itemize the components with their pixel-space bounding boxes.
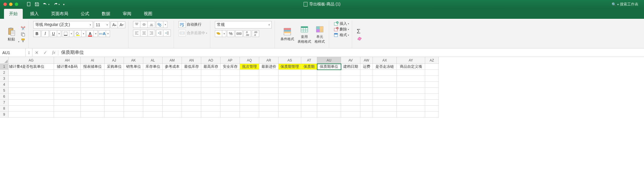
- row-header-3[interactable]: 3: [0, 76, 9, 82]
- column-header-AQ[interactable]: AQ: [240, 57, 259, 64]
- cell-AH3[interactable]: [54, 76, 81, 82]
- cell-AQ4[interactable]: [240, 82, 259, 88]
- column-header-AO[interactable]: AO: [201, 57, 221, 64]
- column-header-AI[interactable]: AI: [81, 57, 105, 64]
- cell-AQ7[interactable]: [240, 100, 259, 106]
- font-color-button[interactable]: A: [86, 30, 94, 37]
- cell-AS2[interactable]: [279, 70, 301, 76]
- column-header-AY[interactable]: AY: [397, 57, 425, 64]
- cell-AJ3[interactable]: [105, 76, 124, 82]
- delete-cells-button[interactable]: 删除▾: [334, 27, 349, 32]
- name-box-stepper[interactable]: ▴▾: [26, 48, 32, 57]
- cell-AN2[interactable]: [182, 70, 201, 76]
- cell-AW4[interactable]: [360, 82, 373, 88]
- cell-AM2[interactable]: [163, 70, 182, 76]
- cell-AL9[interactable]: [143, 112, 163, 118]
- cell-AM8[interactable]: [163, 106, 182, 112]
- cell-AH1[interactable]: 辅计量4条码: [54, 64, 81, 70]
- cell-AW5[interactable]: [360, 88, 373, 94]
- cell-AX3[interactable]: [373, 76, 397, 82]
- cell-AS8[interactable]: [279, 106, 301, 112]
- cell-AJ9[interactable]: [105, 112, 124, 118]
- cell-AX8[interactable]: [373, 106, 397, 112]
- cell-AS1[interactable]: 保质期管理: [279, 64, 301, 70]
- autosum-icon[interactable]: Σ: [357, 28, 362, 35]
- percent-button[interactable]: %: [227, 30, 234, 37]
- column-header-AM[interactable]: AM: [163, 57, 182, 64]
- cut-icon[interactable]: ✂️: [20, 26, 26, 31]
- cell-AQ1[interactable]: 批次管理: [240, 64, 259, 70]
- accept-formula-icon[interactable]: ✓: [41, 50, 49, 55]
- column-header-AV[interactable]: AV: [341, 57, 360, 64]
- cell-AN8[interactable]: [182, 106, 201, 112]
- cell-AH6[interactable]: [54, 94, 81, 100]
- tab-home[interactable]: 开始: [4, 9, 23, 19]
- cell-AL5[interactable]: [143, 88, 163, 94]
- cell-AX9[interactable]: [373, 112, 397, 118]
- cell-AY8[interactable]: [397, 106, 425, 112]
- column-header-AK[interactable]: AK: [124, 57, 143, 64]
- cell-AW3[interactable]: [360, 76, 373, 82]
- cell-AV8[interactable]: [341, 106, 360, 112]
- cell-AZ2[interactable]: [425, 70, 439, 76]
- cell-AU4[interactable]: [317, 82, 341, 88]
- cell-AM1[interactable]: 参考成本: [163, 64, 182, 70]
- cell-AU5[interactable]: [317, 88, 341, 94]
- column-header-AT[interactable]: AT: [301, 57, 317, 64]
- cell-AR1[interactable]: 最新进价: [259, 64, 279, 70]
- cell-AT3[interactable]: [301, 76, 317, 82]
- cell-AZ9[interactable]: [425, 112, 439, 118]
- cell-AG9[interactable]: [9, 112, 54, 118]
- merge-center-button[interactable]: 合并后居中 ▾: [178, 30, 207, 36]
- paste-button[interactable]: 粘贴: [6, 26, 17, 42]
- cell-AK2[interactable]: [124, 70, 143, 76]
- cell-styles-button[interactable]: 单元 格样式: [313, 24, 326, 45]
- tab-data[interactable]: 数据: [97, 9, 115, 19]
- cell-AN3[interactable]: [182, 76, 201, 82]
- cell-AS9[interactable]: [279, 112, 301, 118]
- cell-AH8[interactable]: [54, 106, 81, 112]
- cell-AJ2[interactable]: [105, 70, 124, 76]
- cell-AQ2[interactable]: [240, 70, 259, 76]
- new-file-icon[interactable]: [27, 2, 31, 7]
- cell-AG3[interactable]: [9, 76, 54, 82]
- cell-AV9[interactable]: [341, 112, 360, 118]
- cell-AJ6[interactable]: [105, 94, 124, 100]
- number-format-combo[interactable]: 常规▾: [215, 21, 272, 28]
- cell-AG4[interactable]: [9, 82, 54, 88]
- phonetic-button[interactable]: abcA: [99, 30, 106, 37]
- increase-font-icon[interactable]: A▴: [111, 21, 118, 28]
- cell-AV4[interactable]: [341, 82, 360, 88]
- tab-view[interactable]: 视图: [139, 9, 157, 19]
- cell-AO3[interactable]: [201, 76, 221, 82]
- cell-AL6[interactable]: [143, 94, 163, 100]
- cell-AY6[interactable]: [397, 94, 425, 100]
- format-table-button[interactable]: 套用 表格格式: [296, 24, 312, 45]
- qat-customize-icon[interactable]: ▾: [63, 3, 65, 6]
- cell-AL1[interactable]: 库存单位: [143, 64, 163, 70]
- cell-AV6[interactable]: [341, 94, 360, 100]
- fx-icon[interactable]: fx: [49, 50, 58, 55]
- cell-AX5[interactable]: [373, 88, 397, 94]
- cell-AJ5[interactable]: [105, 88, 124, 94]
- cell-AQ9[interactable]: [240, 112, 259, 118]
- cancel-formula-icon[interactable]: ✕: [32, 50, 41, 55]
- cell-AI5[interactable]: [81, 88, 105, 94]
- column-header-AU[interactable]: AU: [317, 57, 341, 64]
- font-name-combo[interactable]: 等线 Regular (正文)▾: [33, 21, 93, 28]
- font-size-combo[interactable]: 11▾: [94, 21, 110, 28]
- cell-AY7[interactable]: [397, 100, 425, 106]
- cell-AU8[interactable]: [317, 106, 341, 112]
- font-color-dropdown[interactable]: ▾: [94, 30, 98, 37]
- align-right-icon[interactable]: [148, 30, 155, 36]
- cell-AZ1[interactable]: [425, 64, 439, 70]
- fill-color-dropdown[interactable]: ▾: [82, 30, 86, 37]
- cell-AG6[interactable]: [9, 94, 54, 100]
- format-cells-button[interactable]: 格式▾: [334, 32, 349, 38]
- cell-AK4[interactable]: [124, 82, 143, 88]
- cell-AN1[interactable]: 最低库存: [182, 64, 201, 70]
- column-header-AH[interactable]: AH: [54, 57, 81, 64]
- cell-AY5[interactable]: [397, 88, 425, 94]
- cell-AU6[interactable]: [317, 94, 341, 100]
- cell-AI7[interactable]: [81, 100, 105, 106]
